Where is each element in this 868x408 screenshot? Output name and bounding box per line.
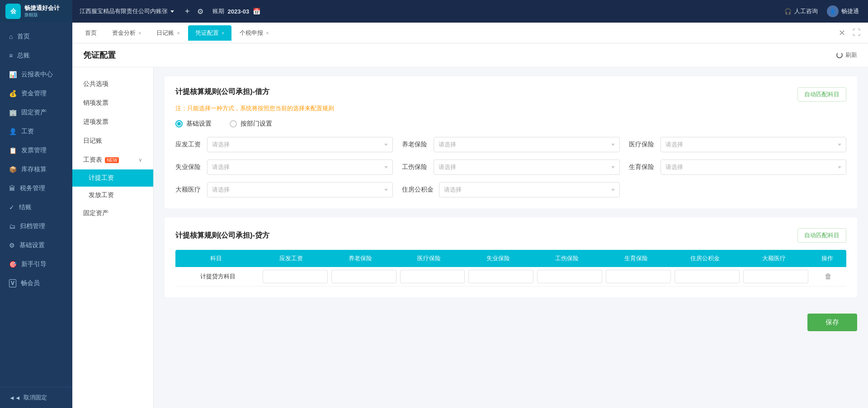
table-cell-medical-input[interactable] <box>398 267 467 286</box>
maternity-select[interactable]: 请选择 <box>660 159 846 175</box>
delete-row-icon[interactable]: 🗑 <box>825 272 832 281</box>
sidebar-item-fixed[interactable]: 🏢 固定资产 <box>0 103 72 122</box>
ledger-icon: ≡ <box>9 52 13 59</box>
app-logo: 会 畅捷通好会计 旗舰版 <box>0 0 72 23</box>
calendar-icon[interactable]: 📅 <box>253 8 260 15</box>
medical-select[interactable]: 请选择 <box>660 137 846 152</box>
add-button[interactable]: + <box>181 7 193 16</box>
left-menu-payroll-calc[interactable]: 计提工资 <box>72 169 153 187</box>
table-cell-op[interactable]: 🗑 <box>810 270 846 283</box>
company-selector[interactable]: 江西服宝精品有限责任公司内账张 <box>72 7 181 15</box>
table-cell-maternity-input[interactable] <box>604 267 673 286</box>
inner-layout: 公共选项 销项发票 进项发票 日记账 工资表 NEW ∨ 计提工资 发放工资 固… <box>72 67 868 408</box>
sidebar-item-guide[interactable]: 🎯 新手引导 <box>0 255 72 274</box>
radio-basic-dot <box>175 120 183 127</box>
sidebar-item-settings[interactable]: ⚙ 基础设置 <box>0 236 72 255</box>
tab-journal[interactable]: 日记账 × <box>149 25 187 41</box>
sidebar-item-member[interactable]: V 畅会员 <box>0 274 72 293</box>
tab-tax[interactable]: 个税申报 × <box>232 25 276 41</box>
table-header-op: 操作 <box>808 250 846 267</box>
left-menu-journal[interactable]: 日记账 <box>72 131 153 150</box>
tab-close-all-icon[interactable]: ✕ <box>837 26 847 40</box>
home-icon: ⌂ <box>9 33 13 40</box>
sidebar-item-capital[interactable]: 💰 资金管理 <box>0 84 72 103</box>
inventory-icon: 📦 <box>9 166 17 173</box>
debit-note: 注：只能选择一种方式，系统将按照您当前的选择来配置规则 <box>175 104 846 113</box>
new-badge: NEW <box>105 157 119 163</box>
table-cell-injury-input[interactable] <box>535 267 604 286</box>
unemployment-chevron-icon <box>384 166 388 169</box>
left-menu-payroll-table[interactable]: 工资表 NEW ∨ <box>72 150 153 169</box>
unemployment-credit-input[interactable] <box>468 270 533 283</box>
table-cell-large-medical-input[interactable] <box>741 267 810 286</box>
left-menu-public[interactable]: 公共选项 <box>72 75 153 94</box>
field-medical: 医疗保险 请选择 <box>629 137 846 152</box>
table-cell-salary-input[interactable] <box>261 267 330 286</box>
user-menu[interactable]: 👤 畅捷通 <box>827 5 859 17</box>
radio-dept[interactable]: 按部门设置 <box>230 120 272 128</box>
tab-capital-close[interactable]: × <box>138 30 141 36</box>
large-medical-credit-input[interactable] <box>743 270 808 283</box>
pension-credit-input[interactable] <box>331 270 396 283</box>
invoice-icon: 📋 <box>9 147 17 154</box>
table-cell-pension-input[interactable] <box>330 267 398 286</box>
save-bar: 保存 <box>165 306 857 338</box>
field-housing-fund: 住房公积金 请选择 <box>402 182 619 197</box>
page-title: 凭证配置 <box>83 50 116 61</box>
left-menu-fixed-asset[interactable]: 固定资产 <box>72 204 153 223</box>
credit-auto-match-button[interactable]: 自动匹配科目 <box>797 228 846 243</box>
salary-credit-input[interactable] <box>263 270 328 283</box>
housing-fund-select[interactable]: 请选择 <box>439 182 619 197</box>
headset-icon: 🎧 <box>784 8 792 15</box>
table-header-housing: 住房公积金 <box>670 250 740 267</box>
maternity-credit-input[interactable] <box>606 270 671 283</box>
large-medical-select[interactable]: 请选择 <box>207 182 393 197</box>
sidebar-item-inventory[interactable]: 📦 库存核算 <box>0 160 72 179</box>
tab-voucher-close[interactable]: × <box>222 30 224 36</box>
sidebar-item-archive[interactable]: 🗂 归档管理 <box>0 217 72 236</box>
salary-select[interactable]: 请选择 <box>207 137 393 152</box>
sidebar-item-closing[interactable]: ✓ 结账 <box>0 198 72 217</box>
refresh-button[interactable]: 刷新 <box>836 51 857 59</box>
table-header-subject: 科目 <box>175 250 257 267</box>
sidebar-item-report[interactable]: 📊 云报表中心 <box>0 65 72 84</box>
report-icon: 📊 <box>9 71 17 78</box>
medical-credit-input[interactable] <box>400 270 465 283</box>
tab-expand-icon[interactable]: ⛶ <box>851 26 863 40</box>
consult-button[interactable]: 🎧 人工咨询 <box>784 7 818 15</box>
sidebar-item-invoice[interactable]: 📋 发票管理 <box>0 141 72 160</box>
pension-select[interactable]: 请选择 <box>434 137 619 152</box>
guide-icon: 🎯 <box>9 261 17 268</box>
tab-tax-close[interactable]: × <box>266 30 269 36</box>
tab-voucher[interactable]: 凭证配置 × <box>188 25 231 41</box>
unpin-button[interactable]: ◄◄ 取消固定 <box>0 387 72 408</box>
left-menu-sales[interactable]: 销项发票 <box>72 94 153 113</box>
tab-home[interactable]: 首页 <box>78 25 104 41</box>
table-cell-housing-input[interactable] <box>673 267 741 286</box>
field-unemployment: 失业保险 请选择 <box>175 159 393 175</box>
left-menu-payroll-pay[interactable]: 发放工资 <box>72 187 153 204</box>
settings-icon[interactable]: ⚙ <box>193 7 207 16</box>
injury-credit-input[interactable] <box>537 270 602 283</box>
injury-select[interactable]: 请选择 <box>434 159 619 175</box>
unemployment-select[interactable]: 请选择 <box>207 159 393 175</box>
table-header-large-medical: 大额医疗 <box>739 250 808 267</box>
sidebar-item-home[interactable]: ⌂ 首页 <box>0 27 72 46</box>
radio-basic[interactable]: 基础设置 <box>175 120 212 128</box>
credit-section-title: 计提核算规则(公司承担)-贷方 <box>175 231 269 240</box>
table-cell-unemployment-input[interactable] <box>467 267 535 286</box>
sidebar-item-tax[interactable]: 🏛 税务管理 <box>0 179 72 198</box>
left-menu-purchase[interactable]: 进项发票 <box>72 113 153 131</box>
sidebar-item-ledger[interactable]: ≡ 总账 <box>0 46 72 65</box>
unpin-icon: ◄◄ <box>9 394 21 401</box>
sidebar-item-salary[interactable]: 👤 工资 <box>0 122 72 141</box>
housing-credit-input[interactable] <box>675 270 740 283</box>
housing-fund-chevron-icon <box>611 189 615 191</box>
field-large-medical: 大额医疗 请选择 <box>175 182 393 197</box>
tab-capital[interactable]: 资金分析 × <box>105 25 148 41</box>
maternity-chevron-icon <box>838 166 841 169</box>
injury-chevron-icon <box>611 166 615 169</box>
save-button[interactable]: 保存 <box>807 314 857 331</box>
debit-auto-match-button[interactable]: 自动匹配科目 <box>797 87 846 102</box>
tab-journal-close[interactable]: × <box>177 30 179 36</box>
